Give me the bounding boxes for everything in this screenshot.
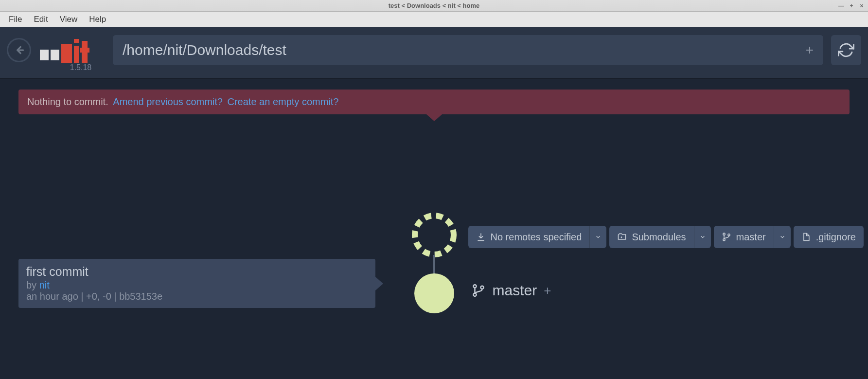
main-content: Nothing to commit. Amend previous commit…	[0, 79, 868, 379]
repo-path-field[interactable]: +	[113, 35, 823, 65]
svg-point-14	[473, 293, 476, 296]
chevron-down-icon	[699, 234, 706, 240]
commit-meta-line: an hour ago | +0, -0 | bb53153e	[26, 291, 368, 302]
remotes-label: No remotes specified	[491, 232, 582, 243]
svg-point-15	[480, 286, 483, 289]
submodules-button[interactable]: Submodules	[609, 226, 693, 248]
window-title: test < Downloads < nit < home	[389, 2, 479, 9]
commit-node[interactable]	[414, 273, 454, 313]
svg-rect-5	[74, 39, 79, 43]
file-icon	[801, 232, 811, 242]
commit-card[interactable]: first commit by nit an hour ago | +0, -0…	[18, 259, 375, 308]
commit-status-banner: Nothing to commit. Amend previous commit…	[18, 90, 850, 114]
menubar: File Edit View Help	[0, 12, 868, 27]
commit-hash: bb53153e	[119, 291, 162, 302]
branch-button[interactable]: master	[714, 226, 774, 248]
empty-commit-link[interactable]: Create an empty commit?	[228, 96, 339, 107]
branch-icon	[722, 232, 731, 242]
svg-rect-4	[61, 44, 72, 49]
download-icon	[476, 232, 486, 242]
svg-rect-6	[74, 46, 79, 63]
add-path-button[interactable]: +	[806, 42, 814, 58]
svg-point-9	[415, 216, 454, 254]
window-maximize-icon[interactable]: +	[847, 1, 856, 10]
chevron-down-icon	[779, 234, 786, 240]
submodules-dropdown[interactable]	[694, 226, 711, 248]
svg-rect-8	[80, 48, 89, 53]
menu-help[interactable]: Help	[83, 13, 112, 26]
remotes-dropdown[interactable]	[589, 226, 606, 248]
svg-point-11	[723, 239, 725, 241]
alert-text: Nothing to commit.	[27, 96, 108, 107]
repo-action-bar: No remotes specified Submodules master	[468, 226, 864, 248]
commit-author-line: by nit	[26, 280, 368, 291]
working-tree-node-icon	[411, 212, 457, 258]
menu-file[interactable]: File	[3, 13, 28, 26]
svg-point-12	[727, 234, 729, 236]
repo-path-input[interactable]	[123, 42, 814, 58]
refresh-button[interactable]	[831, 35, 861, 65]
window-titlebar: test < Downloads < nit < home — + ×	[0, 0, 868, 12]
remotes-button[interactable]: No remotes specified	[468, 226, 590, 248]
chevron-down-icon	[595, 234, 602, 240]
commit-title: first commit	[26, 265, 368, 279]
branch-dropdown[interactable]	[774, 226, 791, 248]
branch-label: master	[736, 232, 766, 243]
commit-time: an hour ago	[26, 291, 78, 302]
toolbar: 1.5.18 +	[0, 27, 868, 79]
window-close-icon[interactable]: ×	[857, 1, 866, 10]
new-branch-button[interactable]: +	[544, 283, 551, 298]
window-minimize-icon[interactable]: —	[837, 1, 846, 10]
svg-rect-1	[40, 50, 49, 60]
commit-changes: +0, -0	[86, 291, 111, 302]
svg-point-10	[723, 233, 725, 235]
gitignore-button[interactable]: .gitignore	[794, 226, 864, 248]
gitignore-label: .gitignore	[816, 232, 856, 243]
branch-icon	[471, 283, 486, 298]
submodules-label: Submodules	[632, 232, 686, 243]
head-branch-indicator: master +	[471, 282, 551, 299]
svg-rect-2	[51, 50, 59, 60]
app-logo: 1.5.18	[37, 35, 105, 72]
back-button[interactable]	[7, 38, 31, 62]
folder-icon	[617, 232, 627, 242]
commit-author[interactable]: nit	[39, 280, 50, 290]
svg-point-13	[473, 285, 476, 288]
app-version: 1.5.18	[70, 63, 91, 72]
head-branch-name: master	[493, 282, 537, 299]
menu-view[interactable]: View	[54, 13, 84, 26]
menu-edit[interactable]: Edit	[28, 13, 53, 26]
amend-commit-link[interactable]: Amend previous commit?	[113, 96, 223, 107]
